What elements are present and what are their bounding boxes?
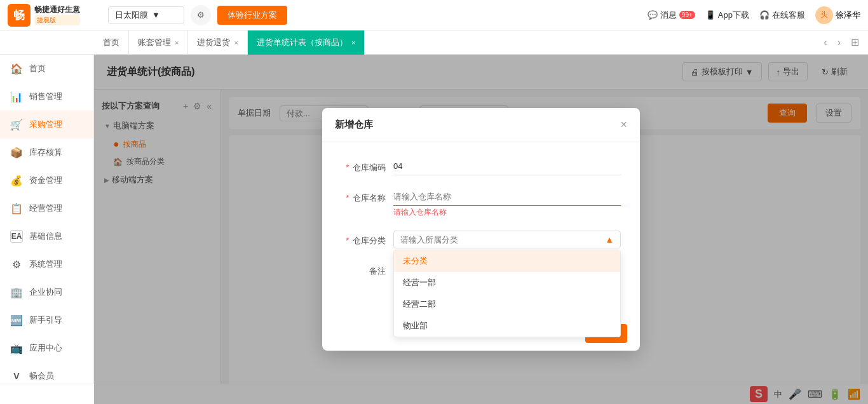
modal-close-button[interactable]: ×	[620, 118, 627, 131]
mobile-icon: 📱	[705, 10, 715, 20]
sidebar-item-sales[interactable]: 📊 销售管理	[0, 83, 93, 111]
tab-purchase-stats[interactable]: 进货单统计表（按商品） ×	[248, 30, 365, 55]
dropdown-item-1[interactable]: 经营一部	[394, 272, 620, 293]
home-icon: 🏠	[10, 62, 23, 75]
main-layout: 🏠 首页 📊 销售管理 🛒 采购管理 📦 库存核算 💰 资金管理 📋 经营管理 …	[0, 55, 868, 404]
finance-icon: 💰	[10, 174, 23, 187]
form-row-name: * 仓库名称 请输入仓库名称	[341, 188, 621, 218]
logo-icon: 畅	[8, 4, 31, 27]
purchase-icon: 🛒	[10, 118, 23, 131]
logo-area: 畅 畅捷通好生意 捷易版	[8, 4, 102, 27]
sidebar-item-basic[interactable]: EA 基础信息	[0, 222, 93, 250]
sidebar-item-operations[interactable]: 📋 经营管理	[0, 194, 93, 222]
name-field-wrap: 请输入仓库名称	[393, 188, 621, 218]
sidebar-item-finance[interactable]: 💰 资金管理	[0, 166, 93, 194]
modal-header: 新增仓库 ×	[322, 108, 640, 142]
tab-purchase-return[interactable]: 进货退货 ×	[188, 30, 247, 55]
modal-title: 新增仓库	[335, 119, 373, 131]
user-area[interactable]: 头 徐泽华	[815, 6, 860, 24]
category-arrow-icon[interactable]: ▲	[605, 234, 614, 245]
modal-overlay: 新增仓库 × * 仓库编码 *	[94, 55, 868, 404]
tab-close-purchase-return[interactable]: ×	[234, 39, 238, 46]
headset-icon: 🎧	[759, 10, 770, 20]
sidebar-item-guide[interactable]: 🆕 新手引导	[0, 306, 93, 334]
header-right: 💬 消息 99+ 📱 App下载 🎧 在线客服 头 徐泽华	[648, 6, 860, 24]
sidebar-item-home[interactable]: 🏠 首页	[0, 55, 93, 83]
tab-close-accounts[interactable]: ×	[175, 39, 179, 46]
notes-label: 备注	[341, 261, 386, 277]
sidebar: 🏠 首页 📊 销售管理 🛒 采购管理 📦 库存核算 💰 资金管理 📋 经营管理 …	[0, 55, 94, 404]
tab-accounts[interactable]: 账套管理 ×	[129, 30, 188, 55]
tab-menu-button[interactable]: ⊞	[847, 35, 863, 50]
operations-icon: 📋	[10, 202, 23, 215]
code-label: * 仓库编码	[341, 158, 386, 173]
notification-button[interactable]: 💬 消息 99+	[648, 10, 695, 21]
name-input[interactable]	[393, 188, 621, 206]
system-icon: ⚙	[10, 258, 23, 271]
sidebar-item-appcenter[interactable]: 📺 应用中心	[0, 334, 93, 362]
dropdown-item-0[interactable]: 未分类	[394, 250, 620, 272]
modal-body: * 仓库编码 * 仓库名称 请输入仓库名称	[322, 142, 640, 316]
store-selector[interactable]: 日太阳膜 ▼	[108, 6, 184, 24]
notification-icon: 💬	[648, 10, 658, 20]
appcenter-icon: 📺	[10, 342, 23, 354]
trial-button[interactable]: 体验行业方案	[217, 6, 287, 25]
tab-prev-button[interactable]: ‹	[820, 36, 831, 50]
name-error-msg: 请输入仓库名称	[393, 207, 621, 218]
content-area: 进货单统计(按商品) 🖨 按模板打印 ▼ ↑ 导出 ↻ 刷新	[94, 55, 868, 404]
sidebar-item-enterprise[interactable]: 🏢 企业协同	[0, 278, 93, 306]
sidebar-item-purchase[interactable]: 🛒 采购管理	[0, 111, 93, 138]
tab-home[interactable]: 首页	[94, 30, 129, 55]
category-label: * 仓库分类	[341, 231, 386, 246]
guide-icon: 🆕	[10, 314, 23, 327]
app-download-button[interactable]: 📱 App下载	[705, 10, 749, 21]
sidebar-item-system[interactable]: ⚙ 系统管理	[0, 250, 93, 278]
dropdown-item-2[interactable]: 经营二部	[394, 293, 620, 315]
tab-close-purchase-stats[interactable]: ×	[351, 39, 355, 46]
vip-icon: V	[10, 370, 23, 382]
category-dropdown: 未分类 经营一部 经营二部 物业部	[393, 250, 621, 337]
name-label: * 仓库名称	[341, 188, 386, 204]
settings-icon-button[interactable]: ⚙	[191, 5, 211, 25]
modal-new-warehouse: 新增仓库 × * 仓库编码 *	[322, 108, 640, 351]
inventory-icon: 📦	[10, 146, 23, 159]
code-input[interactable]	[393, 158, 621, 175]
enterprise-icon: 🏢	[10, 286, 23, 299]
avatar: 头	[815, 6, 833, 24]
tab-bar: 首页 账套管理 × 进货退货 × 进货单统计表（按商品） × ‹ › ⊞	[0, 30, 868, 55]
tab-controls: ‹ › ⊞	[820, 35, 868, 50]
top-header: 畅 畅捷通好生意 捷易版 日太阳膜 ▼ ⚙ 体验行业方案 💬 消息 99+ 📱 …	[0, 0, 868, 30]
chevron-down-icon: ▼	[152, 10, 160, 20]
logo-text: 畅捷通好生意 捷易版	[34, 4, 80, 25]
category-input[interactable]	[400, 235, 601, 245]
category-input-row[interactable]: ▲	[393, 231, 621, 248]
form-row-category: * 仓库分类 ▲ 未分类 经营一部 经	[341, 231, 621, 248]
form-row-code: * 仓库编码	[341, 158, 621, 175]
sidebar-item-inventory[interactable]: 📦 库存核算	[0, 138, 93, 166]
dropdown-item-3[interactable]: 物业部	[394, 315, 620, 337]
online-service-button[interactable]: 🎧 在线客服	[759, 10, 805, 21]
tab-next-button[interactable]: ›	[834, 36, 844, 50]
category-selector: ▲ 未分类 经营一部 经营二部 物业部	[393, 231, 621, 248]
basic-icon: EA	[10, 230, 23, 243]
sales-icon: 📊	[10, 90, 23, 103]
